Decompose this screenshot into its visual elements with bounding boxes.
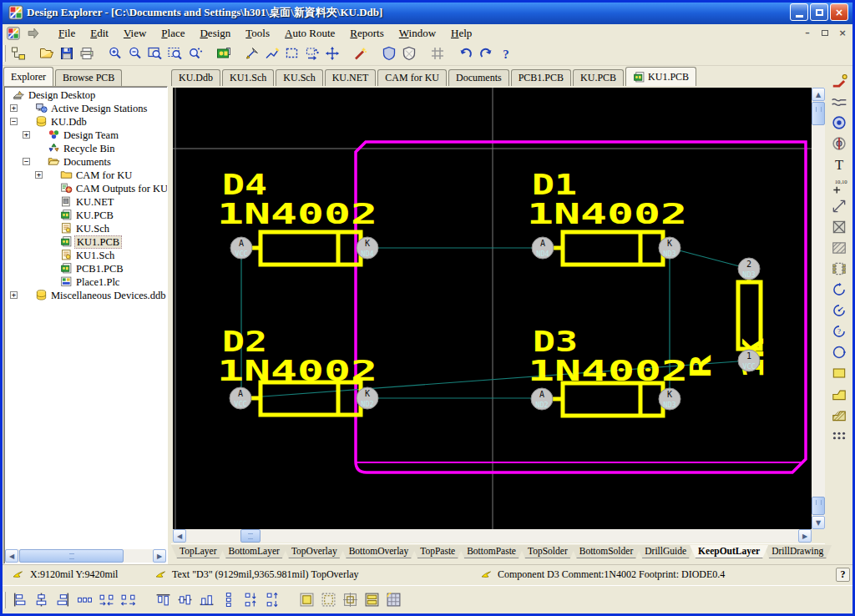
explorer-tree-button[interactable] (8, 44, 28, 63)
scroll-right-arrow-icon[interactable]: ▶ (798, 529, 812, 543)
layer-tab-toplayer[interactable]: TopLayer (171, 545, 225, 558)
zoom-out-button[interactable] (125, 44, 145, 63)
place-dimension-button[interactable] (828, 196, 850, 216)
menu-design[interactable]: Design (192, 26, 238, 41)
help-button[interactable]: ? (496, 44, 516, 63)
place-polygon-button[interactable] (828, 384, 850, 404)
explorer-h-scrollbar[interactable]: ◀ ▶ (5, 549, 166, 563)
close-button[interactable]: × (830, 3, 848, 21)
tree-item-place1-plc[interactable]: Place1.Plc (4, 275, 167, 289)
room-fill-button[interactable] (361, 590, 382, 610)
menu-view[interactable]: View (116, 26, 154, 41)
maximize-button[interactable] (810, 3, 828, 21)
al-bottom-button[interactable] (195, 590, 217, 610)
menu-help[interactable]: Help (443, 26, 479, 41)
tree-item-label[interactable]: KU1.PCB (74, 235, 122, 249)
document-tab-ku1.sch[interactable]: KU1.Sch (222, 69, 274, 86)
knife-button[interactable] (242, 44, 262, 63)
scrollbar-thumb[interactable] (240, 529, 261, 543)
tree-item-ku-ddb[interactable]: −KU.Ddb (4, 115, 167, 129)
layer-tab-topoverlay[interactable]: TopOverlay (283, 545, 346, 558)
sp-h-button[interactable] (73, 590, 95, 610)
zoom-point-button[interactable] (185, 44, 205, 63)
sp-v-inc-button[interactable] (239, 590, 261, 610)
pad-A-ND4[interactable]: AND4 (532, 237, 554, 259)
tree-item-ku-sch[interactable]: KU.Sch (4, 222, 167, 235)
pcb-drawing[interactable]: D41N4002D11N4002D21N4002D31N4002R1KAVCCK… (173, 88, 812, 529)
open-folder-button[interactable] (37, 44, 57, 63)
tree-item-ku-net[interactable]: KU.NET (4, 195, 167, 209)
tree-item-design-team[interactable]: +Design Team (4, 129, 167, 142)
scrollbar-thumb[interactable] (812, 497, 825, 515)
place-arc-edge-button[interactable] (828, 280, 850, 300)
place-pad-array-button[interactable] (828, 426, 850, 446)
pad-K-ND3[interactable]: KND3 (659, 388, 680, 410)
layer-tab-bottompaste[interactable]: BottomPaste (458, 545, 524, 558)
layer-tab-bottomlayer[interactable]: BottomLayer (220, 545, 288, 558)
layer-tab-topsolder[interactable]: TopSolder (519, 545, 576, 558)
tree-item-ku-pcb[interactable]: KU.PCB (4, 209, 167, 222)
panel-tab-browse-pcb[interactable]: Browse PCB (55, 69, 122, 86)
al-right-button[interactable] (52, 590, 73, 610)
menu-place[interactable]: Place (154, 26, 192, 41)
document-tab-ku.net[interactable]: KU.NET (325, 69, 377, 86)
al-cv-button[interactable] (174, 590, 195, 610)
layer-tab-keepoutlayer[interactable]: KeepOutLayer (690, 545, 768, 558)
scroll-up-arrow-icon[interactable]: ▲ (812, 88, 825, 101)
menu-tools[interactable]: Tools (238, 26, 277, 41)
layer-tab-drilldrawing[interactable]: DrillDrawing (763, 545, 832, 558)
document-tab-cam-for-ku[interactable]: CAM for KU (377, 69, 447, 86)
shield-outline-button[interactable] (399, 44, 419, 63)
shield-filled-button[interactable] (379, 44, 399, 63)
move-select-button[interactable] (302, 44, 322, 63)
pad-K-ND2[interactable]: KND2 (357, 387, 378, 409)
place-via-button[interactable] (828, 134, 850, 154)
layer-tab-drillguide[interactable]: DrillGuide (636, 545, 695, 558)
tree-item-label[interactable]: KU1.Sch (74, 249, 116, 262)
scrollbar-thumb[interactable] (812, 102, 825, 125)
menu-auto-route[interactable]: Auto Route (277, 26, 342, 41)
tree-item-label[interactable]: PCB1.PCB (74, 262, 125, 275)
room-cross-button[interactable] (339, 590, 361, 610)
tree-item-active-design-stations[interactable]: +Active Design Stations (4, 102, 167, 115)
scrollbar-thumb[interactable] (19, 549, 124, 563)
menu-file[interactable]: File (51, 26, 83, 41)
pad-K-ND4[interactable]: KND4 (357, 237, 378, 259)
browse-board-button[interactable] (214, 44, 234, 63)
tree-toggle-icon[interactable]: − (23, 158, 30, 165)
tree-item-ku1-pcb[interactable]: KU1.PCB (4, 235, 167, 249)
place-string-button[interactable]: T (828, 154, 850, 174)
scroll-down-arrow-icon[interactable]: ▼ (812, 516, 825, 529)
menu-edit[interactable]: Edit (83, 26, 116, 41)
tree-item-miscellaneous-devices-ddb[interactable]: +Miscellaneous Devices.ddb (4, 289, 167, 302)
scroll-right-arrow-icon[interactable]: ▶ (153, 549, 166, 563)
document-system-icon[interactable] (7, 27, 20, 40)
pad-A-VCC[interactable]: AVCC (230, 237, 252, 259)
tree-item-cam-for-ku[interactable]: +CAM for KU (4, 169, 167, 182)
tree-item-documents[interactable]: −Documents (4, 155, 167, 169)
select-rect-button[interactable] (282, 44, 302, 63)
zoom-area-button[interactable] (165, 44, 185, 63)
room-def-button[interactable] (296, 590, 317, 610)
sp-h-dec-button[interactable] (117, 590, 139, 610)
redo-button[interactable] (476, 44, 496, 63)
tree-item-pcb1-pcb[interactable]: PCB1.PCB (4, 262, 167, 275)
document-tab-ku.pcb[interactable]: KU.PCB (573, 69, 624, 86)
tree-item-label[interactable]: KU.Ddb (49, 115, 89, 129)
undo-button[interactable] (456, 44, 476, 63)
tree-toggle-icon[interactable]: + (10, 104, 18, 112)
place-cutout-button[interactable] (828, 217, 850, 237)
place-component-button[interactable] (828, 259, 850, 279)
place-fill-button[interactable] (828, 363, 850, 383)
zoom-in-button[interactable] (105, 44, 125, 63)
child-close-button[interactable]: × (835, 26, 850, 39)
tree-toggle-icon[interactable]: − (10, 118, 18, 125)
place-circle-button[interactable] (828, 342, 850, 362)
save-button[interactable] (57, 44, 77, 63)
tree-item-label[interactable]: Recycle Bin (62, 142, 116, 155)
room-dash-button[interactable] (317, 590, 339, 610)
al-top-button[interactable] (152, 590, 174, 610)
wand-button[interactable] (351, 44, 371, 63)
document-tab-pcb1.pcb[interactable]: PCB1.PCB (511, 69, 571, 86)
place-plane-button[interactable] (828, 405, 850, 425)
